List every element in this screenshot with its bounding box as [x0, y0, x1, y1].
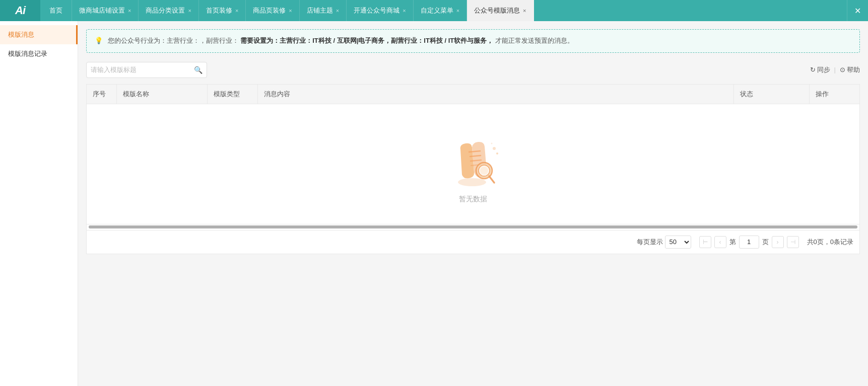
- svg-point-10: [496, 152, 498, 155]
- table-col-模版类型: 模版类型: [208, 84, 258, 104]
- table-col-操作: 操作: [810, 84, 860, 104]
- close-all-tabs-button[interactable]: ✕: [847, 0, 868, 21]
- scrollbar-area[interactable]: [86, 224, 860, 230]
- nav-tab-home[interactable]: 首页: [40, 0, 72, 21]
- sync-icon: ↻: [810, 66, 816, 73]
- close-tab-icon-custom-menu[interactable]: ×: [456, 8, 459, 14]
- bulb-icon: 💡: [95, 37, 103, 44]
- notice-text-suffix: 才能正常发送预置的消息。: [495, 37, 574, 44]
- svg-point-9: [493, 147, 496, 150]
- nav-tab-shop-theme[interactable]: 店铺主题×: [300, 0, 347, 21]
- nav-tab-custom-menu[interactable]: 自定义菜单×: [414, 0, 467, 21]
- svg-line-8: [489, 176, 494, 183]
- close-tab-icon-shop-setting[interactable]: ×: [128, 8, 131, 14]
- empty-row: 暂无数据: [87, 104, 860, 224]
- top-nav: Ai 首页微商城店铺设置×商品分类设置×首页装修×商品页装修×店铺主题×开通公众…: [0, 0, 868, 21]
- main-layout: 模版消息模版消息记录 💡 您的公众号行业为：主营行业：，副营行业： 需要设置为：…: [0, 21, 868, 386]
- nav-tab-template-msg[interactable]: 公众号模版消息×: [467, 0, 533, 21]
- empty-illustration: [443, 134, 503, 195]
- table-col-消息内容: 消息内容: [258, 84, 734, 104]
- help-label: 帮助: [847, 65, 860, 74]
- pagination: 每页显示 50 10 20 100 ⊢ ‹ 第 页 › ⊣ 共0页，0条记录: [86, 230, 860, 254]
- svg-point-0: [458, 178, 486, 186]
- empty-text: 暂无数据: [459, 195, 487, 204]
- divider: |: [834, 66, 836, 73]
- svg-point-7: [480, 167, 488, 175]
- per-page-label: 每页显示: [637, 238, 663, 247]
- notice-banner: 💡 您的公众号行业为：主营行业：，副营行业： 需要设置为：主营行业：IT科技 /…: [86, 29, 860, 53]
- table-col-状态: 状态: [734, 84, 810, 104]
- scrollbar-track[interactable]: [89, 225, 857, 228]
- sync-button[interactable]: ↻ 同步: [810, 65, 830, 74]
- svg-point-11: [491, 142, 493, 144]
- prev-page-button[interactable]: ‹: [714, 236, 726, 248]
- notice-highlight: 需要设置为：主营行业：IT科技 / 互联网|电子商务，副营行业：IT科技 / I…: [240, 37, 493, 44]
- page-size-select: 每页显示 50 10 20 100: [637, 236, 691, 249]
- help-button[interactable]: ⊙ 帮助: [840, 65, 860, 74]
- empty-state: 暂无数据: [87, 104, 859, 224]
- sidebar: 模版消息模版消息记录: [0, 21, 78, 386]
- table-header: 序号模版名称模版类型消息内容状态操作: [87, 84, 860, 104]
- nav-tab-category-setting[interactable]: 商品分类设置×: [139, 0, 198, 21]
- close-tab-icon-category-setting[interactable]: ×: [188, 8, 191, 14]
- help-icon: ⊙: [840, 66, 845, 73]
- per-page-select[interactable]: 50 10 20 100: [665, 236, 691, 249]
- search-input[interactable]: [91, 66, 194, 73]
- search-bar: 🔍 ↻ 同步 | ⊙ 帮助: [86, 62, 860, 78]
- table-header-row: 序号模版名称模版类型消息内容状态操作: [87, 84, 860, 104]
- nav-tab-open-mall[interactable]: 开通公众号商城×: [347, 0, 413, 21]
- table-col-序号: 序号: [87, 84, 117, 104]
- close-tab-icon-open-mall[interactable]: ×: [403, 8, 406, 14]
- page-label-pre: 第: [729, 238, 736, 247]
- close-tab-icon-home-decor[interactable]: ×: [235, 8, 238, 14]
- close-tab-icon-shop-theme[interactable]: ×: [336, 8, 339, 14]
- page-label-post: 页: [762, 238, 769, 247]
- scrollbar-thumb[interactable]: [89, 225, 857, 228]
- current-page-input[interactable]: [739, 236, 759, 249]
- notice-text-prefix: 您的公众号行业为：主营行业：，副营行业：: [108, 37, 239, 44]
- nav-tab-product-decor[interactable]: 商品页装修×: [246, 0, 299, 21]
- nav-tab-home-decor[interactable]: 首页装修×: [199, 0, 246, 21]
- close-tab-icon-product-decor[interactable]: ×: [289, 8, 292, 14]
- sidebar-item-template-message-record[interactable]: 模版消息记录: [0, 44, 78, 63]
- first-page-button[interactable]: ⊢: [699, 236, 711, 248]
- last-page-button[interactable]: ⊣: [787, 236, 799, 248]
- nav-tab-shop-setting[interactable]: 微商城店铺设置×: [72, 0, 139, 21]
- table-col-模版名称: 模版名称: [117, 84, 208, 104]
- app-logo: Ai: [0, 0, 40, 21]
- data-table: 序号模版名称模版类型消息内容状态操作: [86, 84, 860, 224]
- next-page-button[interactable]: ›: [772, 236, 784, 248]
- sidebar-item-template-message[interactable]: 模版消息: [0, 25, 78, 44]
- content-area: 💡 您的公众号行业为：主营行业：，副营行业： 需要设置为：主营行业：IT科技 /…: [78, 21, 868, 386]
- search-actions: ↻ 同步 | ⊙ 帮助: [810, 65, 860, 74]
- search-input-wrap[interactable]: 🔍: [86, 62, 207, 78]
- close-tab-icon-template-msg[interactable]: ×: [523, 8, 526, 14]
- total-info: 共0页，0条记录: [807, 238, 853, 247]
- nav-tabs: 首页微商城店铺设置×商品分类设置×首页装修×商品页装修×店铺主题×开通公众号商城…: [40, 0, 847, 21]
- table-body: 暂无数据: [87, 104, 860, 224]
- sync-label: 同步: [817, 65, 830, 74]
- search-icon[interactable]: 🔍: [194, 66, 203, 74]
